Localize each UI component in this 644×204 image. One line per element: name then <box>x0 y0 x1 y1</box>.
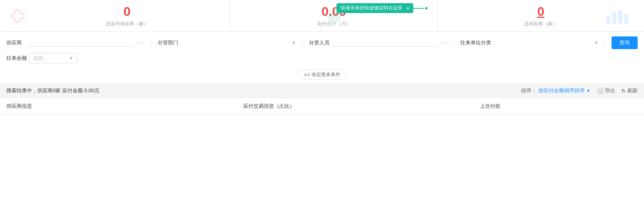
unit-category-label: 往来单位分类 <box>460 39 491 46</box>
svg-rect-11 <box>624 14 628 24</box>
unit-category-select[interactable]: ▼ <box>493 40 598 45</box>
filter-supplier: 供应商 ··· <box>6 39 151 47</box>
filter-unit-category: 往来单位分类 ▼ <box>454 39 605 46</box>
svg-rect-9 <box>612 12 616 24</box>
stat-payable-suppliers: 0 总应付供应商（家） <box>0 0 231 31</box>
refresh-label: 刷新 <box>627 87 638 94</box>
svg-rect-10 <box>618 10 622 24</box>
supplier-input[interactable] <box>29 39 135 47</box>
query-button[interactable]: 查询 <box>612 36 638 49</box>
balance-select[interactable]: 选择... ▼ <box>29 53 77 63</box>
tooltip-badge: 快速录单的快捷键说明在这里 × <box>337 3 413 13</box>
chart-icon <box>606 8 628 24</box>
stat-payable-total: 0.00 应付合计（万） 快速录单的快捷键说明在这里 × <box>231 0 437 31</box>
department-chevron-icon: ▼ <box>292 40 296 45</box>
sort-button[interactable]: 排序： 按应付会额倒序排序 ▼ <box>521 87 591 94</box>
balance-chevron-icon: ▼ <box>69 56 73 61</box>
svg-point-7 <box>339 13 343 17</box>
stats-bar: 0 总应付供应商（家） 0.00 应付合计（万） 快速录单的快捷键说明在这里 × <box>0 0 644 32</box>
col-transaction: 应付交易信息（占比） <box>243 103 480 110</box>
person-input[interactable] <box>332 39 437 47</box>
query-button-wrapper: 查询 <box>605 36 638 49</box>
sort-chevron-icon: ▼ <box>586 88 591 93</box>
svg-point-4 <box>331 18 333 22</box>
tooltip-text: 快速录单的快捷键说明在这里 <box>341 5 402 11</box>
collapse-bar: ∧∧ 收起更多条件 <box>6 67 638 84</box>
department-label: 分管部门 <box>158 39 178 46</box>
svg-rect-8 <box>606 16 610 24</box>
result-bar: 搜索结果中，供应商0家 应付金额 0.00元 排序： 按应付会额倒序排序 ▼ ⬜… <box>0 84 644 98</box>
person-more-button[interactable]: ··· <box>440 39 447 46</box>
col-last-payment: 上次付款 <box>480 103 638 110</box>
supplier-more-button[interactable]: ··· <box>137 39 145 46</box>
total-suppliers-number: 0 <box>537 4 544 19</box>
result-summary: 搜索结果中，供应商0家 应付金额 0.00元 <box>6 87 99 94</box>
col-supplier: 供应商信息 <box>6 103 243 110</box>
filter-bar: 供应商 ··· 分管部门 ▼ 分管人员 ··· 往来单位分类 ▼ <box>0 32 644 84</box>
supplier-label: 供应商 <box>6 39 26 46</box>
export-label: 导出 <box>605 87 615 94</box>
payable-suppliers-label: 总应付供应商（家） <box>106 21 149 27</box>
payable-suppliers-number: 0 <box>124 4 131 19</box>
sort-value: 按应付会额倒序排序 <box>538 87 585 94</box>
total-suppliers-label: 总供应商（家） <box>524 21 557 27</box>
svg-rect-0 <box>11 8 25 23</box>
result-actions: 排序： 按应付会额倒序排序 ▼ ⬜ 导出 ↻ 刷新 <box>521 87 638 94</box>
export-icon: ⬜ <box>597 88 603 94</box>
refresh-icon: ↻ <box>621 88 626 94</box>
table-body <box>0 115 644 204</box>
balance-label: 往来余额 <box>6 55 27 62</box>
export-button[interactable]: ⬜ 导出 <box>597 87 615 94</box>
collapse-button[interactable]: ∧∧ 收起更多条件 <box>298 70 346 80</box>
filter-row-2: 往来余额 选择... ▼ <box>6 53 638 63</box>
filter-person: 分管人员 ··· <box>303 39 454 47</box>
sort-prefix: 排序： <box>521 87 537 94</box>
person-label: 分管人员 <box>309 39 330 46</box>
table-header: 供应商信息 应付交易信息（占比） 上次付款 <box>0 98 644 115</box>
stat-total-suppliers: 0 总供应商（家） <box>438 0 644 31</box>
filter-row-1: 供应商 ··· 分管部门 ▼ 分管人员 ··· 往来单位分类 ▼ <box>6 36 638 49</box>
collapse-icon: ∧∧ <box>304 72 310 77</box>
unit-category-chevron-icon: ▼ <box>594 40 598 45</box>
collapse-label: 收起更多条件 <box>312 71 340 78</box>
refresh-button[interactable]: ↻ 刷新 <box>621 87 638 94</box>
balance-placeholder: 选择... <box>33 55 69 62</box>
filter-balance: 往来余额 选择... ▼ <box>6 53 77 63</box>
svg-point-5 <box>335 18 337 22</box>
diamond-icon <box>8 6 28 26</box>
department-select[interactable]: ▼ <box>181 40 296 45</box>
filter-department: 分管部门 ▼ <box>151 39 303 46</box>
tooltip-close-button[interactable]: × <box>406 5 410 11</box>
